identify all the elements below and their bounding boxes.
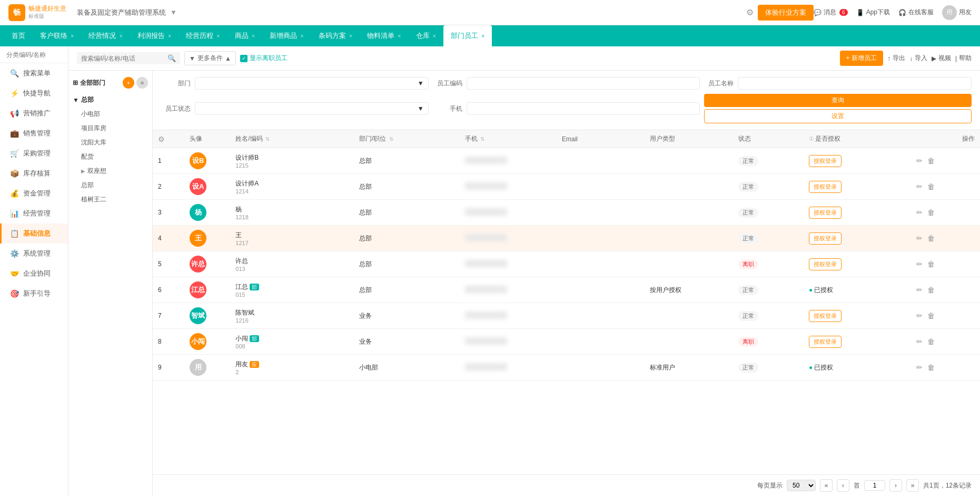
- tab-close-部门员工[interactable]: ×: [481, 33, 484, 39]
- delete-button[interactable]: 🗑: [927, 312, 935, 320]
- first-page-button[interactable]: «: [820, 479, 833, 492]
- sidebar-item-资金管理[interactable]: 💰资金管理: [0, 183, 68, 203]
- collapse-tree-button[interactable]: «: [136, 77, 148, 89]
- edit-button[interactable]: ✏: [916, 182, 923, 191]
- dept-item-shuangzuo[interactable]: ▶双座想: [73, 164, 152, 178]
- sidebar-item-库存核算[interactable]: 📦库存核算: [0, 163, 68, 183]
- nav-tab-利润报告[interactable]: 利润报告×: [130, 25, 179, 46]
- import-button[interactable]: ↓ 导入: [909, 54, 927, 63]
- tab-close-仓库[interactable]: ×: [433, 33, 436, 39]
- edit-button[interactable]: ✏: [916, 286, 923, 294]
- delete-button[interactable]: 🗑: [927, 234, 935, 242]
- add-dept-button[interactable]: +: [123, 77, 134, 89]
- col-name[interactable]: 姓名/编码 ⇅: [230, 130, 353, 148]
- edit-button[interactable]: ✏: [916, 312, 923, 320]
- settings-icon[interactable]: ⚙: [746, 7, 754, 17]
- tab-close-经营情况[interactable]: ×: [119, 33, 122, 39]
- tab-close-经营历程[interactable]: ×: [216, 33, 220, 39]
- last-page-button[interactable]: »: [906, 479, 919, 492]
- col-phone[interactable]: 手机 ⇅: [460, 130, 557, 148]
- app-download-button[interactable]: 📱 App下载: [856, 8, 890, 17]
- delete-button[interactable]: 🗑: [927, 208, 935, 217]
- all-dept-label[interactable]: 全部部门: [80, 79, 105, 87]
- delete-button[interactable]: 🗑: [927, 363, 935, 372]
- delete-button[interactable]: 🗑: [927, 337, 935, 346]
- nav-tab-首页[interactable]: 首页: [4, 25, 33, 46]
- message-button[interactable]: 💬 消息 6: [814, 8, 848, 17]
- sidebar-item-基础信息[interactable]: 📋基础信息: [0, 223, 68, 244]
- sidebar-item-企业协同[interactable]: 🤝企业协同: [0, 264, 68, 284]
- tab-close-客户联络[interactable]: ×: [71, 33, 74, 39]
- dept-item-xianmu[interactable]: 项目库房: [73, 121, 152, 135]
- dept-item-xiaodian[interactable]: 小电部: [73, 107, 152, 121]
- nav-tab-仓库[interactable]: 仓库×: [409, 25, 443, 46]
- search-icon[interactable]: 🔍: [167, 54, 176, 62]
- sidebar-item-新手引导[interactable]: 🎯新手引导: [0, 284, 68, 304]
- query-button[interactable]: 查询: [704, 94, 972, 107]
- col-settings[interactable]: ⚙: [153, 130, 184, 148]
- nav-tab-物料清单[interactable]: 物料清单×: [360, 25, 408, 46]
- edit-button[interactable]: ✏: [916, 337, 923, 346]
- page-input[interactable]: [864, 480, 885, 491]
- system-dropdown-icon[interactable]: ▼: [170, 8, 177, 16]
- delete-button[interactable]: 🗑: [927, 260, 935, 268]
- delete-button[interactable]: 🗑: [927, 182, 935, 191]
- user-avatar[interactable]: 用 用友: [942, 5, 972, 20]
- auth-button[interactable]: 授权登录: [809, 336, 842, 348]
- sidebar-item-系统管理[interactable]: ⚙️系统管理: [0, 244, 68, 264]
- nav-tab-商品[interactable]: 商品×: [227, 25, 262, 46]
- auth-button[interactable]: 授权登录: [809, 207, 842, 219]
- prev-page-button[interactable]: ‹: [837, 479, 849, 492]
- page-size-select[interactable]: 50 100 200: [787, 480, 816, 491]
- nav-tab-部门员工[interactable]: 部门员工×: [443, 25, 492, 46]
- nav-tab-客户联络[interactable]: 客户联络×: [33, 25, 81, 46]
- nav-tab-新增商品[interactable]: 新增商品×: [262, 25, 311, 46]
- edit-button[interactable]: ✏: [916, 260, 923, 268]
- tab-close-利润报告[interactable]: ×: [168, 33, 171, 39]
- search-input[interactable]: [81, 55, 165, 62]
- status-select[interactable]: ▼: [195, 102, 429, 115]
- auth-button[interactable]: 授权登录: [809, 181, 842, 193]
- empcode-input[interactable]: [467, 77, 700, 90]
- reset-button[interactable]: 设置: [704, 109, 972, 123]
- edit-button[interactable]: ✏: [916, 157, 923, 165]
- col-dept[interactable]: 部门/职位 ⇅: [354, 130, 460, 148]
- add-employee-button[interactable]: + 新增员工: [840, 51, 883, 66]
- nav-tab-经营情况[interactable]: 经营情况×: [81, 25, 130, 46]
- dept-tree-group-head[interactable]: ▼ 总部: [68, 93, 152, 107]
- sidebar-item-经营管理[interactable]: 📊经营管理: [0, 203, 68, 223]
- sidebar-item-营销推广[interactable]: 📢营销推广: [0, 103, 68, 123]
- auth-button[interactable]: 授权登录: [809, 258, 842, 270]
- empname-input[interactable]: [738, 77, 972, 90]
- edit-button[interactable]: ✏: [916, 363, 923, 372]
- nav-tab-条码方案[interactable]: 条码方案×: [311, 25, 360, 46]
- sidebar-item-快捷导航[interactable]: ⚡快捷导航: [0, 83, 68, 103]
- sidebar-item-销售管理[interactable]: 💼销售管理: [0, 123, 68, 143]
- tab-close-新增商品[interactable]: ×: [300, 33, 303, 39]
- tab-close-物料清单[interactable]: ×: [398, 33, 401, 39]
- help-button[interactable]: | 帮助: [955, 54, 972, 63]
- phone-input[interactable]: [467, 102, 700, 115]
- edit-button[interactable]: ✏: [916, 208, 923, 217]
- auth-button[interactable]: 授权登录: [809, 155, 842, 167]
- delete-button[interactable]: 🗑: [927, 157, 935, 165]
- sidebar-item-采购管理[interactable]: 🛒采购管理: [0, 143, 68, 163]
- dept-item-shenyang[interactable]: 沈阳大库: [73, 135, 152, 150]
- dept-item-zongbu[interactable]: 总部: [73, 178, 152, 192]
- dept-item-zhishu[interactable]: 植树王二: [73, 192, 152, 207]
- view-button[interactable]: ▶ 视频: [932, 54, 951, 63]
- next-page-button[interactable]: ›: [889, 479, 902, 492]
- more-filter-button[interactable]: ▼ 更多条件 ▲: [184, 51, 236, 65]
- auth-button[interactable]: 授权登录: [809, 232, 842, 245]
- edit-button[interactable]: ✏: [916, 234, 923, 242]
- trial-button[interactable]: 体验行业方案: [758, 5, 814, 21]
- online-service-button[interactable]: 🎧 在线客服: [898, 8, 934, 17]
- tab-close-商品[interactable]: ×: [252, 33, 255, 39]
- export-button[interactable]: ↑ 导出: [887, 54, 905, 63]
- dept-select[interactable]: ▼: [195, 77, 429, 90]
- sidebar-search-input[interactable]: [6, 51, 68, 59]
- tab-close-条码方案[interactable]: ×: [349, 33, 352, 39]
- delete-button[interactable]: 🗑: [927, 286, 935, 294]
- nav-tab-经营历程[interactable]: 经营历程×: [179, 25, 227, 46]
- sidebar-item-搜索菜单[interactable]: 🔍搜索菜单: [0, 63, 68, 83]
